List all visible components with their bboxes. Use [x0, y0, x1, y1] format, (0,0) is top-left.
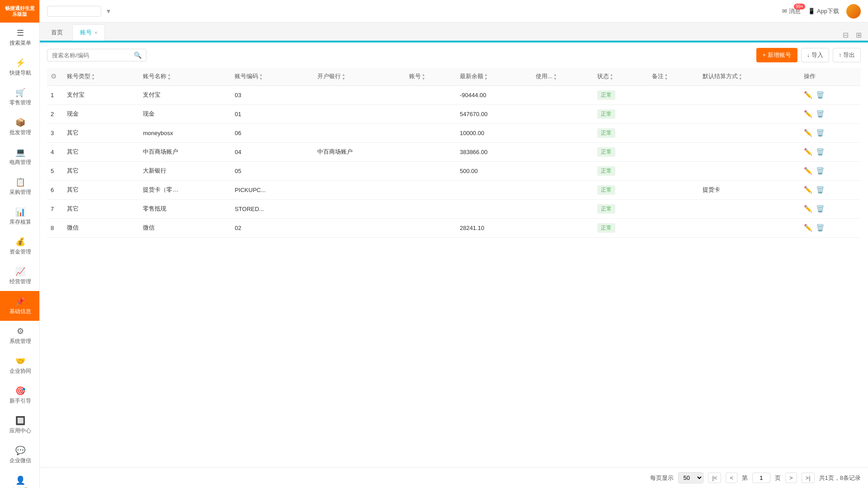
- message-button[interactable]: ✉ 消息 99+: [782, 7, 801, 15]
- maximize-button[interactable]: ⊞: [853, 30, 864, 40]
- cell-no: 4: [47, 142, 63, 161]
- sidebar-item-label: 应用中心: [9, 427, 31, 435]
- sidebar-item-system[interactable]: ⚙ 系统管理: [0, 321, 39, 351]
- edit-icon[interactable]: ✏️: [804, 91, 812, 99]
- delete-icon[interactable]: 🗑️: [816, 205, 825, 213]
- col-status: 状态▲▼: [594, 68, 648, 85]
- page-first-button[interactable]: |<: [708, 473, 721, 483]
- add-account-button[interactable]: + 新增账号: [756, 48, 797, 62]
- cell-default: 提货卡: [699, 180, 800, 199]
- cell-code: STORED...: [231, 199, 314, 218]
- sidebar-item-member[interactable]: 👤 畅会员: [0, 470, 39, 488]
- sidebar-item-appstore[interactable]: 🔲 应用中心: [0, 410, 39, 440]
- tab-account[interactable]: 账号 ×: [72, 24, 105, 41]
- search-input[interactable]: [52, 52, 134, 59]
- sidebar-item-guide[interactable]: 🎯 新手引导: [0, 380, 39, 410]
- cell-account: [406, 104, 456, 123]
- delete-icon[interactable]: 🗑️: [816, 148, 825, 156]
- status-badge: 正常: [597, 166, 615, 176]
- app-download-label: App下载: [817, 7, 839, 15]
- top-search-input[interactable]: [47, 6, 101, 17]
- handshake-icon: 🤝: [15, 356, 25, 366]
- cell-action: ✏️ 🗑️: [800, 123, 861, 142]
- cell-default: [699, 85, 800, 104]
- sidebar: 畅捷通好生意 乐版版 ☰ 搜索菜单 ⚡ 快捷导航 🛒 零售管理 📦 批发管理 💻…: [0, 0, 40, 488]
- sidebar-item-search[interactable]: ☰ 搜索菜单: [0, 23, 39, 52]
- logo: 畅捷通好生意 乐版版: [0, 0, 39, 23]
- tab-home[interactable]: 首页: [43, 24, 71, 40]
- page-last-button[interactable]: >|: [802, 473, 815, 483]
- search-wrap: 🔍: [47, 49, 146, 61]
- box-icon: 📦: [15, 117, 25, 127]
- window-controls: ⊟ ⊞: [840, 30, 864, 40]
- edit-icon[interactable]: ✏️: [804, 110, 812, 118]
- delete-icon[interactable]: 🗑️: [816, 129, 825, 137]
- page-input[interactable]: [752, 473, 770, 483]
- edit-icon[interactable]: ✏️: [804, 186, 812, 194]
- sidebar-item-wechat[interactable]: 💬 企业微信: [0, 440, 39, 470]
- cell-status: 正常: [594, 123, 648, 142]
- cell-type: 支付宝: [63, 85, 139, 104]
- import-button[interactable]: ↓ 导入: [801, 48, 829, 62]
- logo-text: 畅捷通好生意 乐版版: [5, 5, 35, 17]
- edit-icon[interactable]: ✏️: [804, 148, 812, 156]
- cell-remark: [648, 161, 699, 180]
- delete-icon[interactable]: 🗑️: [816, 186, 825, 194]
- page-area: 🔍 + 新增账号 ↓ 导入 ↑ 导出 ⚙ 账号类型▲▼: [40, 41, 868, 488]
- computer-icon: 💻: [15, 147, 25, 157]
- cell-use: [532, 199, 594, 218]
- settings-icon[interactable]: ⚙: [51, 72, 57, 80]
- page-label: 第: [742, 474, 748, 482]
- search-menu-icon: ☰: [17, 28, 24, 38]
- cell-bank: [314, 199, 406, 218]
- export-button[interactable]: ↑ 导出: [833, 48, 861, 62]
- dropdown-icon[interactable]: ▾: [107, 7, 110, 15]
- tab-close-icon[interactable]: ×: [94, 30, 97, 35]
- page-next-button[interactable]: >: [785, 473, 797, 483]
- delete-icon[interactable]: 🗑️: [816, 91, 825, 99]
- cell-action: ✏️ 🗑️: [800, 142, 861, 161]
- cell-status: 正常: [594, 180, 648, 199]
- sidebar-item-quicknav[interactable]: ⚡ 快捷导航: [0, 52, 39, 82]
- delete-icon[interactable]: 🗑️: [816, 167, 825, 175]
- member-icon: 👤: [15, 475, 25, 485]
- delete-icon[interactable]: 🗑️: [816, 224, 825, 232]
- cell-balance: 383866.00: [456, 142, 532, 161]
- cell-balance: 10000.00: [456, 123, 532, 142]
- sidebar-nav: ☰ 搜索菜单 ⚡ 快捷导航 🛒 零售管理 📦 批发管理 💻 电商管理 📋 采购管…: [0, 23, 39, 488]
- cell-action: ✏️ 🗑️: [800, 161, 861, 180]
- page-size-select[interactable]: 50 20 100: [678, 472, 703, 483]
- page-prev-button[interactable]: <: [726, 473, 737, 483]
- cell-balance: [456, 199, 532, 218]
- edit-icon[interactable]: ✏️: [804, 129, 812, 137]
- search-icon[interactable]: 🔍: [134, 52, 142, 59]
- edit-icon[interactable]: ✏️: [804, 205, 812, 213]
- cell-remark: [648, 123, 699, 142]
- delete-icon[interactable]: 🗑️: [816, 110, 825, 118]
- sidebar-item-retail[interactable]: 🛒 零售管理: [0, 82, 39, 112]
- table-row: 3 其它 moneybosx 06 10000.00 正常 ✏️ 🗑️: [47, 123, 861, 142]
- cell-status: 正常: [594, 199, 648, 218]
- sidebar-item-basic[interactable]: 📌 基础信息: [0, 291, 39, 321]
- cell-status: 正常: [594, 218, 648, 237]
- col-name: 账号名称▲▼: [139, 68, 231, 85]
- avatar[interactable]: [846, 4, 861, 19]
- cell-account: [406, 85, 456, 104]
- sidebar-item-wholesale[interactable]: 📦 批发管理: [0, 112, 39, 142]
- edit-icon[interactable]: ✏️: [804, 167, 812, 175]
- cell-status: 正常: [594, 85, 648, 104]
- sidebar-item-purchase[interactable]: 📋 采购管理: [0, 172, 39, 202]
- sidebar-item-inventory[interactable]: 📊 库存核算: [0, 202, 39, 231]
- sidebar-item-collab[interactable]: 🤝 企业协同: [0, 351, 39, 380]
- sidebar-item-ecommerce[interactable]: 💻 电商管理: [0, 142, 39, 172]
- edit-icon[interactable]: ✏️: [804, 224, 812, 232]
- cell-name: moneybosx: [139, 123, 231, 142]
- sidebar-item-operations[interactable]: 📈 经营管理: [0, 261, 39, 291]
- sidebar-item-finance[interactable]: 💰 资金管理: [0, 231, 39, 261]
- cell-balance: 28241.10: [456, 218, 532, 237]
- cell-bank: [314, 180, 406, 199]
- cell-bank: 中百商场账户: [314, 142, 406, 161]
- minimize-button[interactable]: ⊟: [840, 30, 851, 40]
- cell-type: 微信: [63, 218, 139, 237]
- app-download-button[interactable]: 📱 App下载: [808, 7, 839, 15]
